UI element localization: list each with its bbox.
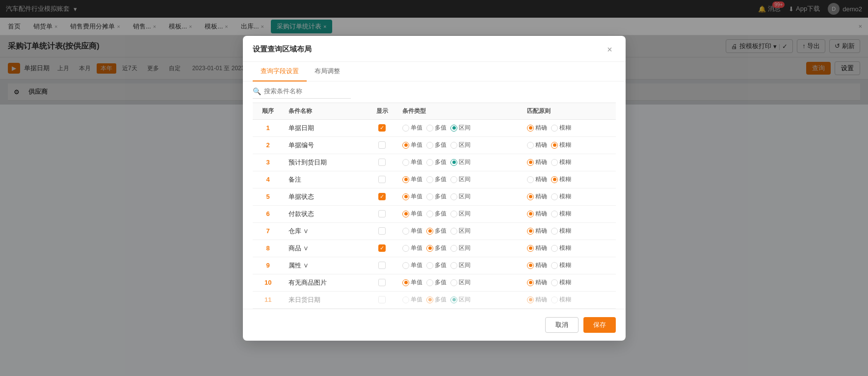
th-name: 条件名称 [284,103,367,105]
th-cond-type: 条件类型 [397,103,522,105]
modal-header: 设置查询区域布局 × [243,36,626,62]
th-display: 显示 [367,103,397,105]
modal-overlay: 设置查询区域布局 × 查询字段设置 布局调整 🔍 顺序 [0,0,868,105]
modal-table: 顺序 条件名称 显示 条件类型 匹配原则 1单据日期✓单值多值区间精确模糊2单据… [253,103,616,105]
modal-tab-layout-adjust[interactable]: 布局调整 [307,62,348,81]
th-order: 顺序 [253,103,284,105]
search-input[interactable] [264,87,351,95]
modal-search: 🔍 [243,81,626,103]
th-match-rule: 匹配原则 [522,103,615,105]
modal-tab-field-settings[interactable]: 查询字段设置 [253,62,307,81]
search-wrap: 🔍 [253,87,351,99]
modal-dialog: 设置查询区域布局 × 查询字段设置 布局调整 🔍 顺序 [243,36,626,105]
modal-table-wrap: 顺序 条件名称 显示 条件类型 匹配原则 1单据日期✓单值多值区间精确模糊2单据… [243,103,626,105]
modal-title: 设置查询区域布局 [253,45,312,54]
modal-close-btn[interactable]: × [604,44,616,55]
table-header-row: 顺序 条件名称 显示 条件类型 匹配原则 [253,103,616,105]
search-icon: 🔍 [253,87,261,95]
modal-tabs: 查询字段设置 布局调整 [243,62,626,81]
